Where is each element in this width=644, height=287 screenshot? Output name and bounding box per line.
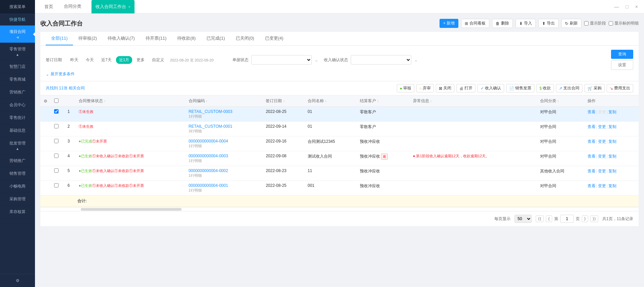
contract-link[interactable]: 0000000000004-0002 [189,168,228,173]
status-tab-pending-invoice[interactable]: 待开票(11) [140,32,172,45]
sort-date-icon[interactable]: ↕ [283,99,285,103]
row-checkbox[interactable] [54,139,59,143]
show-detail-checkbox[interactable] [609,21,613,26]
kanban-button[interactable]: ⊞ 合同看板 [461,19,489,28]
sidebar-item-basic-info[interactable]: 基础信息 [0,124,35,137]
current-page-input[interactable] [560,215,574,223]
select-all-checkbox[interactable] [54,98,59,103]
scrollbar-thumb[interactable] [81,208,182,211]
sort-name-icon[interactable]: ↕ [325,99,327,103]
contract-link[interactable]: 0000000000004-0001 [189,183,228,188]
contract-link[interactable]: 0000000000004-0003 [189,154,228,158]
row-checkbox[interactable] [54,109,59,114]
sort-abnormal-icon[interactable]: ↕ [430,99,432,103]
delete-button[interactable]: 🗑 删除 [492,19,513,28]
sidebar-item-sales-promo[interactable]: 营销推广 [0,155,35,167]
sidebar-search[interactable]: 搜索菜单 [0,0,35,14]
first-page-btn[interactable]: ⟨⟨ [536,215,544,222]
tab-close-income-contract[interactable]: × [128,0,130,13]
date-btn-today[interactable]: 今天 [83,56,97,64]
sidebar-item-project[interactable]: 项目合同 ◀ [0,26,35,43]
date-btn-more[interactable]: 更多 [134,56,148,64]
view-btn[interactable]: 查看 [588,139,596,144]
status-tab-closed[interactable]: 已关闭(0) [230,32,260,45]
prev-page-btn[interactable]: ⟨ [546,215,552,222]
sidebar-nav[interactable]: 快捷导航 [0,14,35,26]
show-stage-checkbox-label[interactable]: 显示阶段 [584,20,606,26]
export-button[interactable]: ⬆ 导出 [538,19,559,28]
sidebar-item-purchase[interactable]: 采购管理 [0,193,35,206]
date-btn-yesterday[interactable]: 昨天 [67,56,81,64]
view-btn[interactable]: 查看 [588,183,596,188]
page-size-select[interactable]: 50 10 20 100 [515,215,532,223]
contract-link[interactable]: 0000000000004-0004 [189,139,228,144]
income-confirm-btn[interactable]: ✓ 收入确认 [478,84,504,92]
sidebar-item-retail-stats[interactable]: 零售统计 [0,112,35,124]
edit-btn[interactable]: 变更 [598,169,606,173]
status-tab-pending-review[interactable]: 待审核(2) [73,32,102,45]
horizontal-scrollbar[interactable] [40,207,639,211]
income-confirm-select[interactable] [351,55,411,65]
tab-income-contract[interactable]: 收入合同工作台 × [91,0,134,13]
date-btn-custom[interactable]: 自定义 [149,56,167,64]
sidebar-settings[interactable]: ⚙ [0,274,35,287]
tab-contract-category[interactable]: 合同分类 × [59,0,91,13]
status-tab-completed[interactable]: 已完成(1) [201,32,230,45]
contract-link[interactable]: RETAIL_CUSTOM-0001 [189,124,232,129]
status-tab-pending-payment[interactable]: 待收款(8) [172,32,201,45]
window-close-btn[interactable]: × [633,3,640,10]
abandon-btn[interactable]: ○ 弃审 [416,84,434,92]
last-page-btn[interactable]: ⟩⟩ [590,215,598,222]
sidebar-item-marketing[interactable]: 营销推广 [0,86,35,99]
sort-category-icon[interactable]: ↕ [557,99,559,103]
col-setting[interactable]: ⚙ [40,95,51,107]
expense-btn[interactable]: ↘ 费用支出 [607,84,633,92]
status-tab-pending-income-confirm[interactable]: 待收入确认(7) [102,32,140,45]
view-btn[interactable]: 查看 [588,169,596,173]
sort-code-icon[interactable]: ↕ [206,99,207,103]
window-restore-btn[interactable]: □ [623,3,630,10]
row-checkbox[interactable] [54,154,59,158]
review-btn[interactable]: ● 审核 [397,84,414,92]
sort-status-icon[interactable]: ↕ [104,99,106,103]
copy-btn[interactable]: 复制 [608,124,616,129]
copy-btn[interactable]: 复制 [608,169,616,173]
contract-link[interactable]: RETAIL_CUSTOM-0003 [189,109,232,114]
row-checkbox[interactable] [54,168,59,173]
sort-customer-icon[interactable]: ↕ [377,99,379,103]
show-detail-checkbox-label[interactable]: 显示标的明细 [609,20,639,26]
print-btn[interactable]: 🖨 打开 [456,84,476,92]
status-tab-all[interactable]: 全部(11) [46,32,73,45]
view-btn[interactable]: 查看 [588,124,596,129]
sidebar-item-ecom[interactable]: 小畅电商 [0,180,35,193]
close-btn[interactable]: ⊠ 关闭 [436,84,454,92]
sidebar-item-inventory[interactable]: 库存核算 [0,206,35,218]
edit-btn[interactable]: 变更 [598,154,606,159]
purchase-btn[interactable]: 🛒 采购 [584,84,605,92]
copy-btn[interactable]: 复制 [608,183,616,188]
doc-status-select[interactable] [251,55,312,65]
row-checkbox[interactable] [54,124,59,128]
edit-btn[interactable]: 变更 [598,183,606,188]
view-btn[interactable]: 查看 [588,110,596,114]
sidebar-item-member[interactable]: 会员中心 [0,99,35,112]
sales-invoice-btn[interactable]: 📄 销售发票 [506,84,534,92]
new-button[interactable]: + 新增 [440,19,458,28]
copy-btn[interactable]: 复制 [608,110,616,114]
expand-filter-btn[interactable]: ⌄ 展开更多条件 [46,71,633,77]
view-btn[interactable]: 查看 [588,154,596,159]
copy-btn[interactable]: 复制 [608,154,616,159]
query-button[interactable]: 查询 [611,50,633,59]
window-minimize-btn[interactable]: — [612,3,621,10]
date-btn-last7[interactable]: 近7天 [98,56,115,64]
pay-contract-btn[interactable]: ↗ 支出合同 [556,84,582,92]
tab-home[interactable]: 首页 [39,0,59,13]
tab-close-contract-category[interactable]: × [83,0,85,13]
next-page-btn[interactable]: ⟩ [582,215,588,222]
refresh-button[interactable]: ↻ 刷新 [561,19,581,28]
copy-btn[interactable]: 复制 [608,139,616,144]
payment-btn[interactable]: $ 收款 [536,84,554,92]
import-button[interactable]: ⬇ 导入 [516,19,536,28]
status-tab-changed[interactable]: 已变更(4) [260,32,289,45]
set-button[interactable]: 设置 [611,60,633,70]
